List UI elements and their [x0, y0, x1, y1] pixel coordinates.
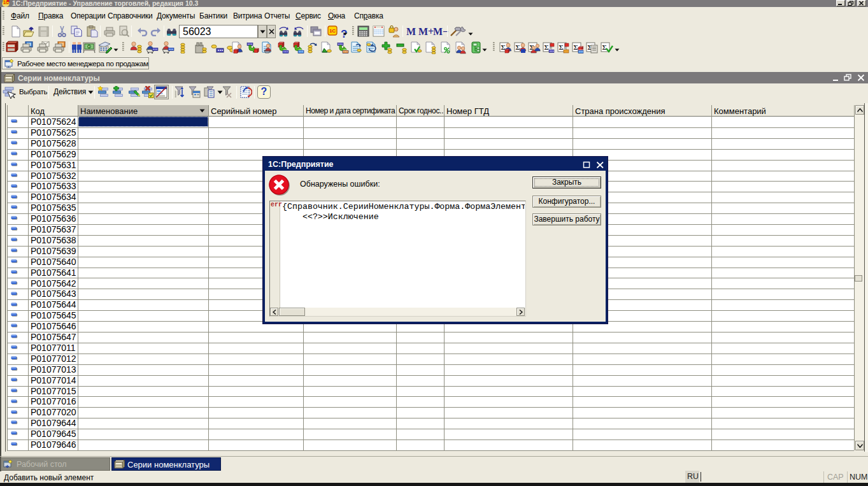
svg-text:Σ: Σ [602, 43, 607, 51]
svg-text:Σ: Σ [516, 43, 520, 51]
svg-text:Σ: Σ [544, 43, 549, 51]
svg-text:Σ: Σ [574, 43, 578, 51]
svg-text:Σ: Σ [501, 43, 506, 51]
svg-text:1С: 1С [329, 28, 336, 34]
svg-text:Σ: Σ [559, 43, 564, 51]
svg-text:$: $ [88, 45, 90, 48]
